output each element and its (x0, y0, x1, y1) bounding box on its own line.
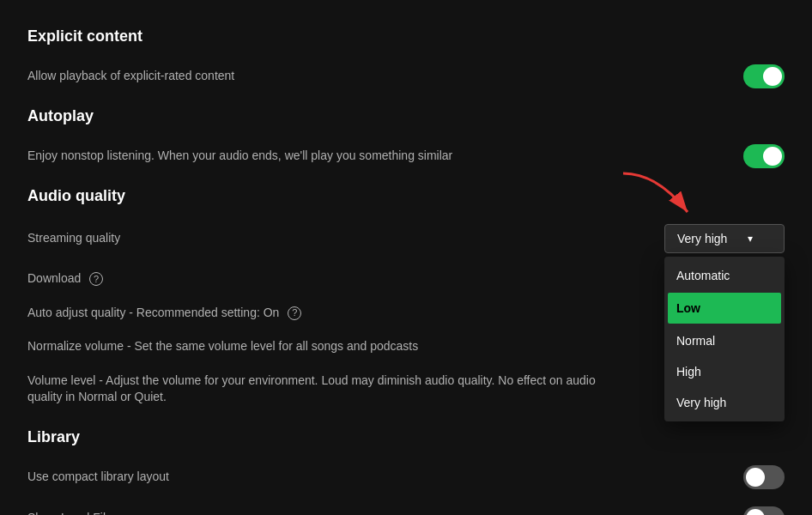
autoplay-row: Enjoy nonstop listening. When your audio… (27, 136, 785, 177)
streaming-selected-value: Very high (677, 232, 727, 245)
explicit-content-row: Allow playback of explicit-rated content (27, 56, 785, 97)
option-low[interactable]: Low (668, 293, 781, 324)
auto-adjust-label: Auto adjust quality - Recommended settin… (27, 305, 301, 322)
local-files-label: Show Local Files (27, 510, 118, 515)
streaming-quality-dropdown[interactable]: Very high ▾ Automatic Low Normal High Ve… (664, 224, 785, 253)
local-files-row: Show Local Files (27, 498, 785, 515)
compact-library-row: Use compact library layout (27, 457, 785, 498)
explicit-toggle-slider[interactable] (743, 64, 785, 88)
option-very-high[interactable]: Very high (664, 387, 785, 418)
option-normal[interactable]: Normal (664, 325, 785, 356)
streaming-quality-row: Streaming quality Very high ▾ Automatic … (27, 215, 785, 262)
local-files-toggle[interactable] (743, 506, 785, 515)
normalize-volume-label: Normalize volume - Set the same volume l… (27, 338, 418, 355)
compact-toggle-slider[interactable] (743, 465, 785, 489)
streaming-quality-label: Streaming quality (27, 230, 120, 247)
streaming-dropdown-trigger[interactable]: Very high ▾ (664, 224, 785, 253)
audio-quality-section: Audio quality Streaming quality Very hig… (27, 187, 785, 415)
option-automatic[interactable]: Automatic (664, 260, 785, 291)
streaming-dropdown-menu: Automatic Low Normal High Very high (664, 257, 785, 421)
local-files-toggle-slider[interactable] (743, 506, 785, 515)
autoplay-title: Autoplay (27, 107, 785, 125)
autoplay-toggle-slider[interactable] (743, 144, 785, 168)
compact-library-toggle[interactable] (743, 465, 785, 489)
library-section: Library Use compact library layout Show … (27, 428, 785, 515)
explicit-content-label: Allow playback of explicit-rated content (27, 68, 234, 85)
volume-level-label: Volume level - Adjust the volume for you… (27, 373, 611, 406)
streaming-chevron-icon: ▾ (748, 233, 753, 245)
auto-adjust-help-icon[interactable]: ? (288, 306, 301, 320)
explicit-content-toggle[interactable] (743, 64, 785, 88)
audio-quality-title: Audio quality (27, 187, 785, 205)
explicit-content-title: Explicit content (27, 27, 785, 45)
download-label: Download ? (27, 270, 103, 288)
autoplay-label: Enjoy nonstop listening. When your audio… (27, 148, 452, 165)
autoplay-section: Autoplay Enjoy nonstop listening. When y… (27, 107, 785, 177)
option-high[interactable]: High (664, 356, 785, 387)
autoplay-toggle[interactable] (743, 144, 785, 168)
compact-library-label: Use compact library layout (27, 469, 169, 486)
library-title: Library (27, 428, 785, 446)
download-help-icon[interactable]: ? (89, 272, 103, 286)
explicit-content-section: Explicit content Allow playback of expli… (27, 27, 785, 97)
